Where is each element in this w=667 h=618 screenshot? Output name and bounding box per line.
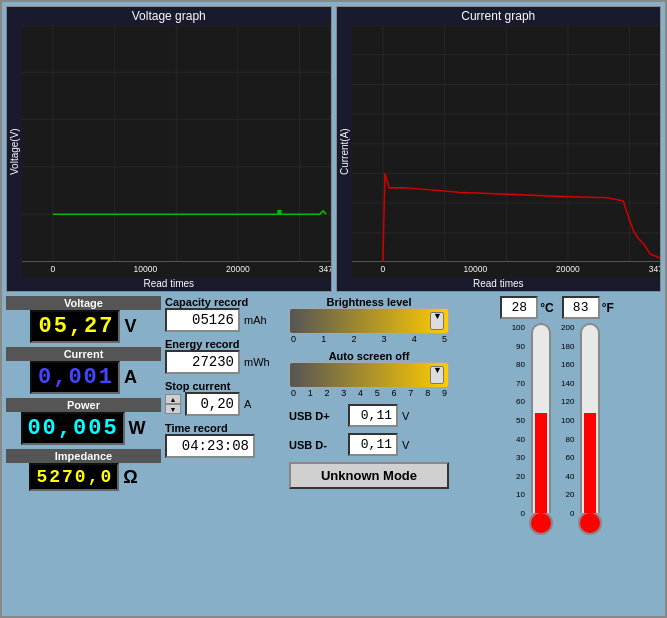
energy-input[interactable] [165, 350, 240, 374]
svg-text:10000: 10000 [134, 264, 158, 274]
voltage-y-label: Voltage(V) [7, 25, 22, 278]
energy-group: Energy record mWh [165, 338, 285, 374]
fahrenheit-thermometer: 200 180 160 140 120 100 80 60 40 20 0 [561, 323, 602, 612]
stop-current-input[interactable] [185, 392, 240, 416]
celsius-fill [535, 413, 547, 513]
thermometers-row: 100 90 80 70 60 50 40 30 20 10 0 [512, 323, 603, 612]
svg-rect-23 [277, 210, 281, 214]
fahrenheit-fill [584, 413, 596, 513]
svg-text:20000: 20000 [226, 264, 250, 274]
svg-text:0: 0 [50, 264, 55, 274]
current-graph-title: Current graph [337, 7, 661, 25]
voltage-unit: V [124, 316, 136, 337]
impedance-meter-label: Impedance [6, 449, 161, 463]
impedance-unit: Ω [123, 467, 137, 488]
fahrenheit-tube [580, 323, 600, 513]
celsius-unit: °C [540, 301, 553, 315]
time-input[interactable] [165, 434, 255, 458]
celsius-bulb [529, 511, 553, 535]
stop-current-unit: A [244, 398, 251, 410]
svg-text:34726: 34726 [319, 264, 331, 274]
current-graph-container: Current graph Current(A) [336, 6, 662, 292]
stop-current-spinner[interactable]: ▲ ▼ [165, 394, 181, 414]
svg-text:10000: 10000 [463, 264, 487, 274]
celsius-input[interactable] [500, 296, 538, 319]
fahrenheit-thermo-col [578, 323, 602, 535]
impedance-display: 5270,0 [29, 463, 119, 491]
current-display: 0,001 [30, 361, 120, 394]
right-mid-col: Brightness level ▼ 0 1 2 3 4 5 Auto scre… [289, 296, 449, 612]
auto-screen-group: Auto screen off ▼ 0 1 2 3 4 5 6 7 8 9 [289, 350, 449, 398]
spin-up-btn[interactable]: ▲ [165, 394, 181, 404]
current-graph-inner: Current(A) [337, 25, 661, 278]
power-unit: W [129, 418, 146, 439]
celsius-scale: 100 90 80 70 60 50 40 30 20 10 0 [512, 323, 527, 518]
energy-unit: mWh [244, 356, 270, 368]
usb-dp-input[interactable] [348, 404, 398, 427]
current-svg: 4,000 3,500 3,000 2,500 2,000 1,500 1,00… [352, 25, 661, 278]
usb-dm-input[interactable] [348, 433, 398, 456]
fahrenheit-bulb [578, 511, 602, 535]
voltage-x-label: Read times [7, 278, 331, 291]
time-label: Time record [165, 422, 285, 434]
voltage-meter-label: Voltage [6, 296, 161, 310]
fahrenheit-input-group: °F [562, 296, 614, 319]
voltage-graph-container: Voltage graph Voltage(V) [6, 6, 332, 292]
left-col: Voltage 05,27 V Current 0,001 A Power 00… [6, 296, 161, 612]
usb-dp-label: USB D+ [289, 410, 344, 422]
spin-down-btn[interactable]: ▼ [165, 404, 181, 414]
stop-current-row: ▲ ▼ A [165, 392, 285, 416]
celsius-thermo-col [529, 323, 553, 535]
voltage-meter-row: 05,27 V [30, 310, 136, 343]
svg-text:34726: 34726 [648, 264, 660, 274]
far-right-col: °C °F 100 90 80 70 60 50 [453, 296, 661, 612]
brightness-label: Brightness level [289, 296, 449, 308]
current-unit: A [124, 367, 137, 388]
usb-dm-unit: V [402, 439, 409, 451]
current-meter-row: 0,001 A [30, 361, 137, 394]
voltage-display: 05,27 [30, 310, 120, 343]
voltage-svg: 25,00 20,00 15,00 10,00 5,00 0,00 0 1000… [22, 25, 331, 278]
time-row [165, 434, 285, 458]
fahrenheit-input[interactable] [562, 296, 600, 319]
brightness-slider-track[interactable]: ▼ [289, 308, 449, 334]
voltage-meter-group: Voltage 05,27 V [6, 296, 161, 343]
fahrenheit-unit: °F [602, 301, 614, 315]
main-container: Voltage graph Voltage(V) [0, 0, 667, 618]
auto-screen-slider-track[interactable]: ▼ [289, 362, 449, 388]
celsius-input-group: °C [500, 296, 553, 319]
auto-screen-label: Auto screen off [289, 350, 449, 362]
svg-text:20000: 20000 [556, 264, 580, 274]
celsius-thermometer: 100 90 80 70 60 50 40 30 20 10 0 [512, 323, 553, 612]
impedance-meter-row: 5270,0 Ω [29, 463, 137, 491]
usb-dp-unit: V [402, 410, 409, 422]
energy-row: mWh [165, 350, 285, 374]
current-meter-group: Current 0,001 A [6, 347, 161, 394]
stop-current-label: Stop current [165, 380, 285, 392]
voltage-graph-title: Voltage graph [7, 7, 331, 25]
celsius-tube [531, 323, 551, 513]
controls-area: Voltage 05,27 V Current 0,001 A Power 00… [2, 292, 665, 616]
usb-dp-row: USB D+ V [289, 404, 449, 427]
graphs-area: Voltage graph Voltage(V) [2, 2, 665, 292]
capacity-input[interactable] [165, 308, 240, 332]
stop-current-group: Stop current ▲ ▼ A [165, 380, 285, 416]
current-y-label: Current(A) [337, 25, 352, 278]
capacity-row: mAh [165, 308, 285, 332]
capacity-unit: mAh [244, 314, 267, 326]
brightness-group: Brightness level ▼ 0 1 2 3 4 5 [289, 296, 449, 344]
current-meter-label: Current [6, 347, 161, 361]
fahrenheit-scale: 200 180 160 140 120 100 80 60 40 20 0 [561, 323, 576, 518]
mid-col: Capacity record mAh Energy record mWh St… [165, 296, 285, 612]
usb-dm-label: USB D- [289, 439, 344, 451]
current-plot-area: 4,000 3,500 3,000 2,500 2,000 1,500 1,00… [352, 25, 661, 278]
unknown-mode-button[interactable]: Unknown Mode [289, 462, 449, 489]
temp-inputs-row: °C °F [500, 296, 614, 319]
current-x-label: Read times [337, 278, 661, 291]
power-meter-group: Power 00,005 W [6, 398, 161, 445]
brightness-ticks: 0 1 2 3 4 5 [289, 334, 449, 344]
capacity-label: Capacity record [165, 296, 285, 308]
power-display: 00,005 [21, 412, 124, 445]
auto-ticks: 0 1 2 3 4 5 6 7 8 9 [289, 388, 449, 398]
capacity-group: Capacity record mAh [165, 296, 285, 332]
